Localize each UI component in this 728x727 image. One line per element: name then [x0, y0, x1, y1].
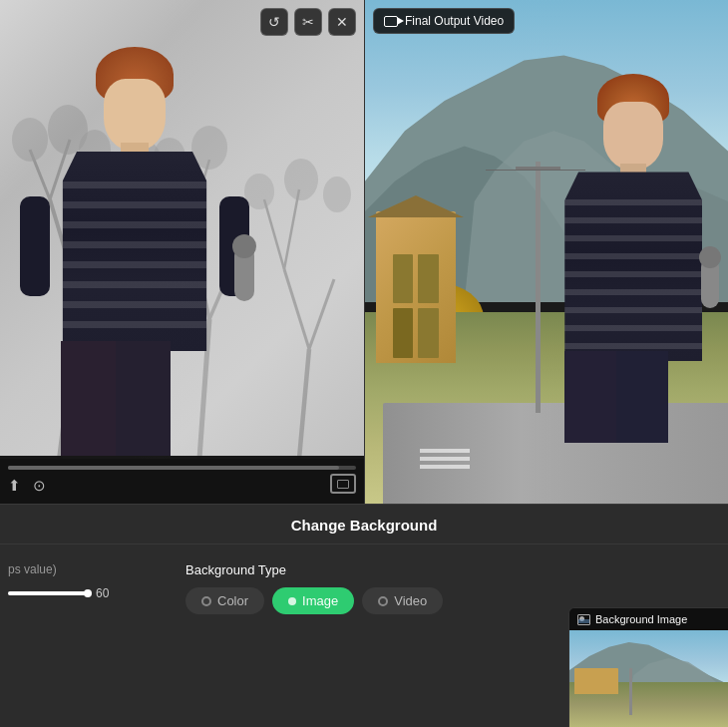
- right-leg-right: [616, 351, 668, 443]
- right-face: [603, 102, 663, 170]
- bg-type-buttons: Color Image Video: [185, 587, 443, 614]
- expand-inner-box: [337, 480, 349, 489]
- person-leg-left: [61, 341, 116, 456]
- svg-point-24: [284, 159, 318, 200]
- reset-button[interactable]: ↺: [260, 8, 288, 36]
- left-person: [15, 47, 254, 456]
- svg-line-16: [284, 189, 299, 269]
- controls-row: ps value) 60 Background Type Color: [0, 545, 728, 614]
- image-type-button[interactable]: Image: [272, 587, 354, 614]
- color-btn-label: Color: [217, 593, 248, 608]
- output-label-text: Final Output Video: [405, 14, 504, 28]
- fps-slider-fill: [8, 591, 88, 595]
- bg-image-panel: Background Image: [568, 607, 728, 727]
- svg-line-13: [284, 269, 309, 349]
- stripe-7: [63, 301, 207, 308]
- right-jacket: [564, 172, 702, 361]
- left-bottom-bar: ⬆ ⊙: [0, 456, 364, 504]
- stripe-2: [63, 201, 207, 208]
- bg-type-section: Background Type Color Image: [185, 562, 443, 614]
- bottom-control-panel: Change Background ps value) 60 Backgroun…: [0, 504, 728, 727]
- bg-type-label: Background Type: [185, 562, 443, 577]
- image-btn-label: Image: [302, 593, 338, 608]
- svg-line-14: [309, 279, 334, 349]
- fps-label: ps value): [8, 562, 148, 576]
- fps-value-label: 60: [96, 586, 109, 600]
- stripe-8: [63, 321, 207, 328]
- building-windows: [388, 249, 444, 363]
- stripe-3: [63, 221, 207, 228]
- crosswalk: [420, 428, 470, 489]
- stripe-6: [63, 281, 207, 288]
- video-area: ↺ ✂ ✕ ⬆ ⊙: [0, 0, 728, 504]
- change-bg-header: Change Background: [0, 505, 728, 545]
- bg-image-label-bar: Background Image: [569, 608, 728, 630]
- right-mic-head: [699, 246, 721, 268]
- bottom-controls-row: ⬆ ⊙: [8, 477, 356, 495]
- app-container: ↺ ✂ ✕ ⬆ ⊙: [0, 0, 728, 727]
- crop-button[interactable]: ✂: [294, 8, 322, 36]
- person-arm-left: [20, 196, 50, 296]
- fps-slider-thumb[interactable]: [84, 589, 92, 597]
- fps-slider-track[interactable]: [8, 591, 88, 595]
- color-type-button[interactable]: Color: [185, 587, 264, 614]
- video-type-button[interactable]: Video: [362, 587, 443, 614]
- bg-image-label-text: Background Image: [595, 613, 687, 625]
- fps-slider-row: 60: [8, 586, 148, 600]
- close-button[interactable]: ✕: [328, 8, 356, 36]
- right-video-panel: Final Output Video: [365, 0, 728, 504]
- stripe-5: [63, 261, 207, 268]
- fps-section: ps value) 60: [8, 562, 148, 600]
- svg-line-15: [264, 199, 284, 269]
- stripe-4: [63, 241, 207, 248]
- stripe-1: [63, 182, 207, 188]
- left-video-panel: ↺ ✂ ✕ ⬆ ⊙: [0, 0, 364, 504]
- svg-point-25: [323, 177, 351, 212]
- color-btn-radio: [201, 596, 211, 606]
- person-leg-right: [116, 341, 171, 456]
- image-btn-dot: [288, 597, 296, 605]
- person-face: [104, 79, 166, 151]
- expand-button[interactable]: [330, 474, 356, 494]
- change-bg-title: Change Background: [291, 517, 438, 534]
- upload-icon[interactable]: ⬆: [8, 477, 21, 495]
- svg-line-12: [299, 349, 309, 459]
- video-cam-triangle: [397, 17, 404, 25]
- person-mic-head: [232, 234, 256, 258]
- video-btn-radio: [378, 596, 388, 606]
- building-main: [376, 211, 456, 363]
- video-cam-icon: [384, 16, 398, 27]
- right-person: [546, 74, 721, 443]
- utility-pole: [536, 162, 541, 414]
- progress-track[interactable]: [8, 466, 356, 470]
- output-label-bar: Final Output Video: [373, 8, 515, 34]
- image-icon: [577, 614, 590, 625]
- right-leg-left: [564, 351, 616, 443]
- progress-fill: [8, 466, 339, 470]
- video-btn-label: Video: [394, 593, 427, 608]
- person-jacket: [63, 152, 207, 351]
- camera-icon[interactable]: ⊙: [33, 477, 46, 495]
- left-toolbar: ↺ ✂ ✕: [260, 8, 356, 36]
